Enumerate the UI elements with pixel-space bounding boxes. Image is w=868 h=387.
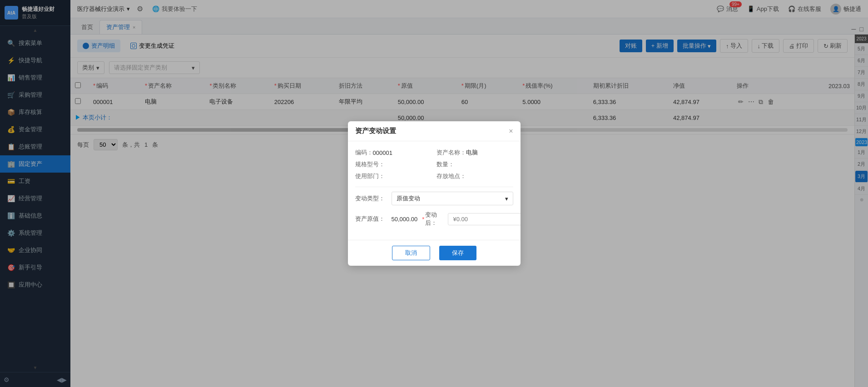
save-button[interactable]: 保存 [439,246,476,260]
code-info: 编码： 000001 [355,149,432,157]
after-change-label: 变动后： [425,211,448,227]
change-type-select[interactable]: 原值变动 ▾ [392,192,513,205]
location-info: 存放地点： [436,172,513,180]
asset-value-form-label: 资产原值： [355,215,392,223]
code-label: 编码： [355,149,373,157]
asset-name-info: 资产名称： 电脑 [436,149,513,157]
change-type-form-label: 变动类型： [355,194,392,203]
dept-info: 使用部门： [355,172,432,180]
asset-value-row: 资产原值： 50,000.00 * 变动后： [355,211,513,227]
after-change-input[interactable] [448,213,520,225]
spec-label: 规格型号： [355,160,385,169]
asset-info-grid: 编码： 000001 资产名称： 电脑 规格型号： 数量： 使用部门： [355,149,513,180]
change-type-row: 变动类型： 原值变动 ▾ [355,192,513,205]
asset-name-label: 资产名称： [436,149,466,157]
modal-overlay[interactable]: 资产变动设置 × 编码： 000001 资产名称： 电脑 规格型号： 数量： [0,0,868,387]
modal-header: 资产变动设置 × [348,121,521,141]
asset-name-value: 电脑 [466,149,478,157]
modal-footer: 取消 保存 [348,240,521,266]
modal-close-button[interactable]: × [509,127,513,135]
asset-change-modal: 资产变动设置 × 编码： 000001 资产名称： 电脑 规格型号： 数量： [348,121,521,266]
location-label: 存放地点： [436,172,466,180]
spec-info: 规格型号： [355,160,432,169]
cancel-button[interactable]: 取消 [392,246,430,260]
modal-body: 编码： 000001 资产名称： 电脑 规格型号： 数量： 使用部门： [348,141,521,240]
asset-value-display: 50,000.00 [392,216,418,223]
modal-title: 资产变动设置 [355,127,396,135]
after-change-required: * [422,216,424,223]
quantity-info: 数量： [436,160,513,169]
change-type-value: 原值变动 [397,194,420,203]
dept-label: 使用部门： [355,172,385,180]
modal-divider [355,187,513,187]
quantity-label: 数量： [436,160,454,169]
change-type-dropdown-icon: ▾ [505,195,508,202]
code-value: 000001 [373,149,392,156]
